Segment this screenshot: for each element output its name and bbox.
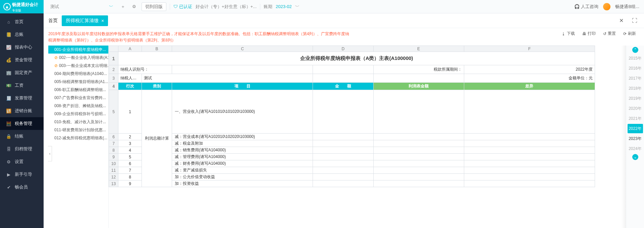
cell-diff[interactable] [464, 147, 595, 154]
cell-item[interactable]: 减：税金及附加 [172, 140, 313, 147]
row-number[interactable]: 1 [109, 52, 118, 65]
row-number[interactable]: 3 [109, 74, 118, 83]
cell-item[interactable]: 减：营业成本(请写A102010\102020\103000) [172, 134, 313, 140]
row-number[interactable]: 9 [109, 154, 118, 160]
cell-amount[interactable] [313, 154, 373, 160]
cell-item[interactable]: 加：投资收益 [172, 180, 313, 187]
sidebar-item-archive[interactable]: 🗄归档管理 [0, 143, 44, 155]
cell-profit[interactable] [373, 147, 464, 154]
year-option[interactable]: 2020年 [628, 104, 643, 113]
col-head-E[interactable]: E [373, 46, 464, 52]
cell-amount[interactable] [313, 180, 373, 187]
col-head-F[interactable]: F [464, 46, 595, 52]
cell[interactable] [313, 74, 373, 83]
form-nav-item[interactable]: 007-广告费和业务宣传费跨... [48, 94, 108, 102]
sidebar-item-payroll[interactable]: 💵工资 [0, 79, 44, 92]
cell-line-no[interactable]: 7 [118, 167, 142, 174]
year-option[interactable]: 2021年 [628, 114, 643, 123]
reset-button[interactable]: ↺重置 [603, 31, 616, 36]
tab-home[interactable]: 首页 [48, 18, 58, 24]
form-nav-item[interactable]: 008-资产折旧、摊销及纳税... [48, 102, 108, 110]
cell-diff[interactable] [464, 167, 595, 174]
cell-diff[interactable] [464, 174, 595, 180]
sidebar-item-money[interactable]: 💰资金管理 [0, 54, 44, 66]
row-number[interactable]: 2 [109, 65, 118, 74]
cell-line-no[interactable]: 5 [118, 154, 142, 160]
year-option[interactable]: 2019年 [628, 94, 643, 103]
cell-profit[interactable] [373, 154, 464, 160]
col-head-B[interactable]: B [142, 46, 172, 52]
collapse-panel-button[interactable]: ‹ [48, 146, 52, 161]
cell-amount[interactable] [313, 140, 373, 147]
row-number[interactable]: 4 [109, 83, 118, 90]
cell-amount[interactable] [313, 160, 373, 167]
row-number[interactable]: 8 [109, 147, 118, 154]
year-option[interactable]: 2018年 [628, 84, 643, 93]
sidebar-item-tax[interactable]: 🧮税务管理 [0, 117, 44, 130]
year-option[interactable]: 2024年 [628, 144, 643, 153]
cell-line-no[interactable]: 1 [118, 90, 142, 134]
gear-icon[interactable]: ⚙ [130, 3, 138, 11]
add-account-button[interactable]: ＋ [119, 3, 127, 11]
cell-diff[interactable] [464, 160, 595, 167]
sidebar-item-asset[interactable]: 🏢固定资产 [0, 66, 44, 79]
sidebar-item-vip[interactable]: ✔畅会员 [0, 181, 44, 194]
cell-amount[interactable] [313, 90, 373, 134]
cell-line-no[interactable]: 3 [118, 140, 142, 147]
taxpayer-id-value[interactable] [172, 65, 313, 74]
username[interactable]: 畅捷通B组... [615, 4, 639, 10]
tab-active[interactable]: 所得税汇算清缴 × [62, 15, 108, 26]
sidebar-item-chart[interactable]: 📈报表中心 [0, 41, 44, 54]
cell-item[interactable]: 减：资产减值损失 [172, 167, 313, 174]
sidebar-item-settings[interactable]: ⚙设置 [0, 155, 44, 168]
cell-item[interactable]: 一、营业收入(请写A101010\101020\103000) [172, 90, 313, 134]
form-nav-item[interactable]: 005-纳税调整项目明细表(A1... [48, 78, 108, 86]
cell-profit[interactable] [373, 90, 464, 134]
form-nav-item[interactable]: 001-企业所得税年度纳税申... [48, 46, 108, 54]
cell-line-no[interactable]: 8 [118, 174, 142, 180]
consult-button[interactable]: 🎧 人工咨询 [574, 4, 598, 10]
cell-item[interactable]: 减：财务费用(请写A104000) [172, 160, 313, 167]
verified-badge[interactable]: 🛡 已认证 [173, 4, 192, 10]
cell-diff[interactable] [464, 140, 595, 147]
row-number[interactable]: 7 [109, 140, 118, 147]
cell-item[interactable]: 减：管理费用(请写A104000) [172, 154, 313, 160]
print-button[interactable]: 🖶打印 [582, 31, 596, 36]
cell-amount[interactable] [313, 134, 373, 140]
close-icon[interactable]: × [101, 18, 104, 23]
cell-profit[interactable] [373, 134, 464, 140]
row-number[interactable]: 6 [109, 134, 118, 140]
tab-close-all-button[interactable]: ✕ [616, 16, 626, 25]
chevron-down-icon[interactable]: ﹀ [295, 4, 300, 10]
cell[interactable] [313, 65, 373, 74]
cell-line-no[interactable]: 4 [118, 147, 142, 154]
year-option[interactable]: 2016年 [628, 64, 643, 73]
sidebar-item-ledger[interactable]: 📒总账 [0, 28, 44, 41]
form-nav-item[interactable]: 011-研发费用加计扣除优惠... [48, 126, 108, 134]
cell-amount[interactable] [313, 147, 373, 154]
cell-line-no[interactable]: 6 [118, 160, 142, 167]
form-nav-item[interactable]: 004-期间费用明细表(A1040... [48, 70, 108, 78]
form-nav-item[interactable]: 006-职工薪酬纳税调整明细... [48, 86, 108, 94]
row-number[interactable]: 13 [109, 180, 118, 187]
cell-profit[interactable] [373, 140, 464, 147]
cell[interactable] [373, 74, 464, 83]
year-option[interactable]: 2015年 [628, 54, 643, 63]
row-number[interactable]: 12 [109, 174, 118, 180]
cell-profit[interactable] [373, 180, 464, 187]
period-value[interactable]: 2023-02 [276, 4, 292, 9]
cell-line-no[interactable]: 9 [118, 180, 142, 187]
row-number[interactable]: 11 [109, 167, 118, 174]
tab-expand-button[interactable]: ⛶ [630, 16, 639, 25]
sidebar-item-inout[interactable]: 🔁进销台账 [0, 104, 44, 117]
col-head-D[interactable]: D [313, 46, 373, 52]
avatar[interactable] [603, 3, 610, 10]
refresh-button[interactable]: ⟳刷新 [623, 31, 636, 36]
cell-profit[interactable] [373, 167, 464, 174]
row-number[interactable]: 5 [109, 90, 118, 134]
download-button[interactable]: ⭳下载 [561, 31, 575, 36]
row-number[interactable]: 10 [109, 160, 118, 167]
form-nav-item[interactable]: ⊘003-一般企业成本支出明细... [48, 62, 108, 70]
year-up-button[interactable]: ⌃ [632, 47, 638, 53]
col-head-A[interactable]: A [118, 46, 142, 52]
